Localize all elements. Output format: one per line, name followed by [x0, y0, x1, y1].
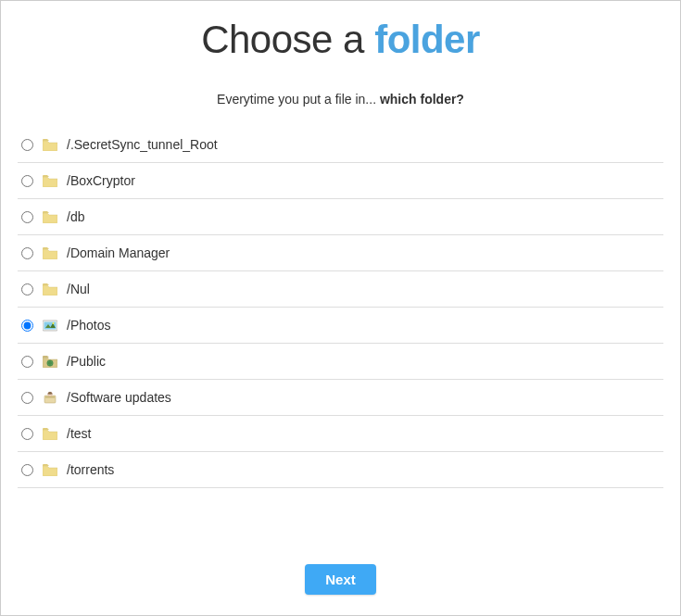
software-icon: [43, 391, 57, 404]
folder-row[interactable]: /Photos: [18, 308, 663, 344]
svg-point-9: [49, 394, 50, 395]
folder-icon: [43, 246, 57, 259]
folder-radio[interactable]: [21, 139, 33, 151]
folder-label: /Domain Manager: [67, 245, 170, 260]
folder-label: /Nul: [67, 282, 90, 296]
folder-label: /db: [67, 209, 84, 224]
folder-radio[interactable]: [21, 356, 33, 368]
folder-icon: [43, 210, 57, 223]
header: Choose a folder: [1, 1, 680, 62]
next-button[interactable]: Next: [305, 564, 376, 595]
folder-row[interactable]: /torrents: [18, 452, 663, 488]
folder-radio[interactable]: [21, 464, 33, 476]
subtitle-prefix: Everytime you put a file in...: [217, 92, 380, 107]
folder-icon: [43, 283, 57, 295]
folder-radio[interactable]: [21, 247, 33, 259]
footer: Next: [1, 547, 680, 615]
folder-radio[interactable]: [21, 320, 33, 332]
folder-label: /Public: [67, 354, 106, 369]
folder-row[interactable]: /Public: [18, 344, 663, 380]
folder-icon: [43, 174, 57, 187]
folder-label: /torrents: [67, 462, 114, 477]
svg-rect-7: [45, 396, 55, 398]
folder-label: /test: [67, 426, 91, 441]
public-icon: [43, 355, 57, 368]
folder-list: /.SecretSync_tunnel_Root/BoxCryptor/db/D…: [1, 127, 680, 547]
title-prefix: Choose a: [201, 18, 374, 61]
folder-icon: [43, 138, 57, 151]
folder-icon: [43, 427, 57, 440]
folder-radio[interactable]: [21, 211, 33, 223]
folder-row[interactable]: /Software updates: [18, 380, 663, 416]
folder-label: /BoxCryptor: [67, 173, 135, 188]
folder-row[interactable]: /BoxCryptor: [18, 163, 663, 199]
folder-radio[interactable]: [21, 428, 33, 440]
svg-point-4: [53, 322, 55, 324]
folder-radio[interactable]: [21, 175, 33, 187]
folder-label: /Photos: [67, 318, 110, 333]
svg-rect-1: [44, 322, 57, 330]
folder-row[interactable]: /Domain Manager: [18, 235, 663, 271]
title-accent: folder: [374, 18, 480, 61]
photos-icon: [43, 319, 57, 332]
svg-point-10: [51, 394, 52, 395]
folder-row[interactable]: /db: [18, 199, 663, 235]
folder-label: /Software updates: [67, 390, 171, 405]
page-title: Choose a folder: [19, 18, 662, 62]
subtitle-bold: which folder?: [380, 92, 464, 107]
folder-row[interactable]: /.SecretSync_tunnel_Root: [18, 127, 663, 163]
folder-row[interactable]: /Nul: [18, 271, 663, 308]
subtitle: Everytime you put a file in... which fol…: [1, 92, 680, 107]
folder-radio[interactable]: [21, 392, 33, 404]
folder-icon: [43, 463, 57, 476]
folder-label: /.SecretSync_tunnel_Root: [67, 137, 218, 152]
folder-radio[interactable]: [21, 283, 33, 295]
folder-row[interactable]: /test: [18, 416, 663, 452]
